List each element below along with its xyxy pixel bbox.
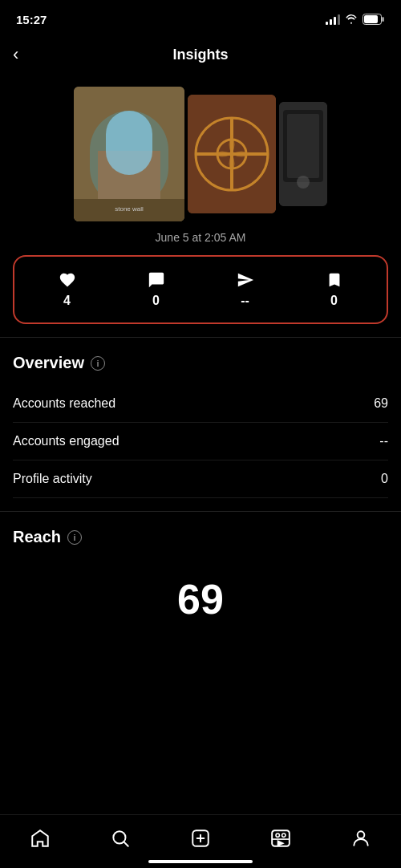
- nav-search[interactable]: [97, 825, 144, 852]
- nav-home[interactable]: [17, 825, 63, 852]
- post-preview: stone wall: [0, 74, 401, 231]
- metric-label-engaged: Accounts engaged: [13, 434, 119, 448]
- status-time: 15:27: [16, 13, 47, 26]
- svg-rect-16: [287, 114, 319, 178]
- reels-icon: [270, 828, 291, 849]
- metric-value-reached: 69: [374, 396, 388, 411]
- overview-section: Overview i Accounts reached 69 Accounts …: [0, 338, 401, 511]
- metric-value-activity: 0: [381, 472, 388, 486]
- shares-value: --: [241, 294, 249, 308]
- post-image-main[interactable]: stone wall: [74, 87, 184, 221]
- nav-profile[interactable]: [338, 825, 384, 852]
- home-icon: [30, 828, 51, 849]
- stat-shares[interactable]: --: [237, 271, 254, 308]
- metric-profile-activity: Profile activity 0: [13, 460, 388, 498]
- bookmark-icon: [326, 271, 343, 289]
- stats-row: 4 0 -- 0: [13, 255, 388, 324]
- stat-comments[interactable]: 0: [148, 271, 165, 308]
- reach-section: Reach i 69: [0, 512, 401, 647]
- likes-value: 4: [63, 294, 71, 308]
- saves-value: 0: [330, 294, 338, 308]
- battery-icon: [363, 14, 385, 25]
- signal-icon: [326, 14, 340, 25]
- metric-accounts-reached: Accounts reached 69: [13, 385, 388, 423]
- heart-icon: [59, 271, 76, 289]
- metric-label-reached: Accounts reached: [13, 396, 115, 411]
- svg-point-17: [297, 176, 310, 189]
- svg-rect-1: [382, 17, 384, 22]
- svg-point-28: [358, 831, 365, 838]
- post-image-secondary[interactable]: [188, 95, 276, 213]
- svg-rect-2: [364, 15, 378, 23]
- share-icon: [237, 271, 254, 289]
- comments-value: 0: [152, 294, 160, 308]
- wifi-icon: [345, 14, 358, 25]
- metric-accounts-engaged: Accounts engaged --: [13, 423, 388, 460]
- status-bar: 15:27: [0, 0, 401, 35]
- nav-reels[interactable]: [257, 825, 304, 852]
- post-image-tertiary[interactable]: [279, 102, 327, 206]
- overview-title: Overview i: [13, 354, 388, 372]
- metric-value-engaged: --: [379, 434, 388, 448]
- search-icon: [110, 828, 131, 849]
- comment-icon: [148, 271, 165, 289]
- home-indicator: [148, 860, 253, 863]
- post-date: June 5 at 2:05 AM: [0, 231, 401, 255]
- svg-rect-6: [106, 111, 152, 175]
- overview-info-icon[interactable]: i: [91, 356, 105, 371]
- back-button[interactable]: ‹: [13, 44, 18, 65]
- reach-info-icon[interactable]: i: [67, 530, 82, 545]
- page-title: Insights: [172, 47, 228, 63]
- stat-saves[interactable]: 0: [326, 271, 343, 308]
- status-icons: [326, 14, 385, 25]
- svg-line-19: [124, 842, 128, 846]
- header: ‹ Insights: [0, 35, 401, 74]
- reach-title: Reach i: [13, 528, 388, 546]
- stat-likes[interactable]: 4: [59, 271, 76, 308]
- create-icon: [190, 828, 211, 849]
- nav-create[interactable]: [177, 825, 224, 852]
- svg-text:stone wall: stone wall: [115, 205, 144, 213]
- metric-label-activity: Profile activity: [13, 472, 92, 486]
- svg-point-25: [282, 834, 286, 837]
- profile-icon: [350, 828, 371, 849]
- svg-marker-27: [278, 842, 282, 846]
- svg-point-24: [276, 834, 279, 837]
- reach-value: 69: [13, 559, 388, 631]
